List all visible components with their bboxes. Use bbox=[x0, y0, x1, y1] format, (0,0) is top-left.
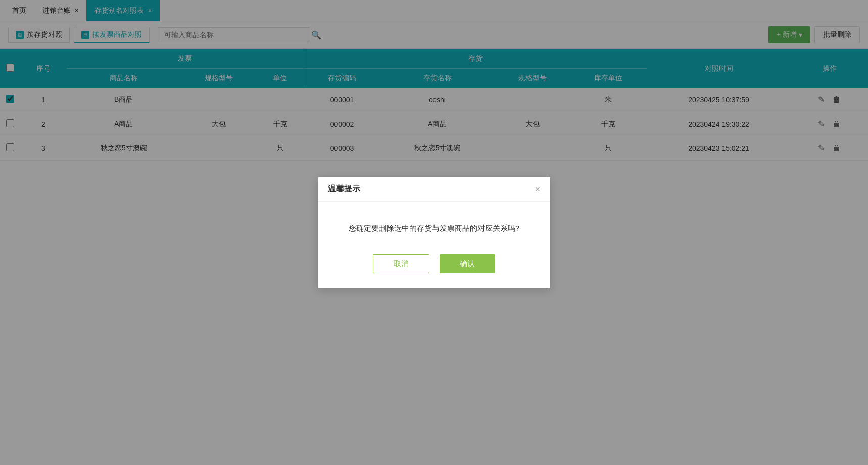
dialog-overlay: 温馨提示 × 您确定要删除选中的存货与发票商品的对应关系吗? 取消 确认 bbox=[0, 0, 868, 465]
dialog-title: 温馨提示 bbox=[328, 184, 360, 194]
dialog-cancel-btn[interactable]: 取消 bbox=[373, 254, 429, 273]
dialog-footer: 取消 确认 bbox=[318, 249, 550, 288]
dialog-header: 温馨提示 × bbox=[318, 177, 550, 202]
dialog-message: 您确定要删除选中的存货与发票商品的对应关系吗? bbox=[349, 224, 519, 232]
dialog-confirm-btn[interactable]: 确认 bbox=[440, 254, 495, 273]
dialog: 温馨提示 × 您确定要删除选中的存货与发票商品的对应关系吗? 取消 确认 bbox=[318, 177, 550, 288]
dialog-body: 您确定要删除选中的存货与发票商品的对应关系吗? bbox=[318, 202, 550, 249]
dialog-close-btn[interactable]: × bbox=[535, 185, 540, 194]
